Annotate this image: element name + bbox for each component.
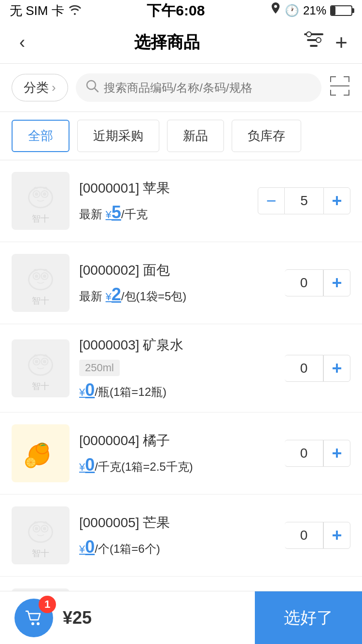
svg-point-41 bbox=[29, 522, 53, 542]
price-suffix: /包(1袋=5包) bbox=[121, 290, 186, 303]
svg-rect-12 bbox=[330, 90, 331, 96]
quantity-input[interactable] bbox=[285, 355, 323, 382]
product-item: 智十 [0000005] 芒果 ¥0/个(1箱=6个) + bbox=[0, 495, 362, 576]
back-button[interactable]: ‹ bbox=[14, 28, 30, 57]
cart-total: ¥25 bbox=[63, 608, 92, 628]
page-title: 选择商品 bbox=[134, 31, 200, 54]
quantity-control: + bbox=[285, 269, 350, 296]
quantity-input[interactable] bbox=[285, 269, 323, 296]
price-suffix: /千克 bbox=[121, 208, 148, 221]
quantity-control: − + bbox=[258, 187, 350, 214]
confirm-button[interactable]: 选好了 bbox=[255, 591, 362, 644]
product-item: [0000004] 橘子 ¥0/千克(1箱=2.5千克) + bbox=[0, 413, 362, 494]
increase-button[interactable]: + bbox=[323, 440, 350, 467]
product-thumbnail: 智十 bbox=[12, 254, 70, 312]
price-amount: 0 bbox=[85, 455, 95, 475]
tab-new[interactable]: 新品 bbox=[167, 120, 224, 152]
product-info: [0000003] 矿泉水 250ml ¥0/瓶(1箱=12瓶) bbox=[79, 336, 275, 400]
price-suffix: /瓶(1箱=12瓶) bbox=[95, 385, 167, 398]
svg-point-21 bbox=[29, 269, 53, 290]
cart-badge: 1 bbox=[39, 596, 56, 613]
status-right: 🕐 21% bbox=[270, 2, 352, 19]
svg-point-52 bbox=[37, 622, 40, 625]
logo-text: 智十 bbox=[32, 213, 49, 224]
product-thumbnail: 智十 bbox=[12, 339, 70, 397]
product-list: 智十 [0000001] 苹果 最新 ¥5/千克 − + bbox=[0, 160, 362, 644]
scan-icon[interactable] bbox=[329, 75, 350, 100]
quantity-input[interactable] bbox=[285, 522, 323, 549]
search-input[interactable] bbox=[104, 81, 312, 95]
svg-rect-10 bbox=[348, 76, 349, 82]
quantity-control: + bbox=[285, 522, 350, 549]
bottom-bar: 1 ¥25 选好了 bbox=[0, 591, 362, 644]
svg-point-45 bbox=[43, 527, 46, 531]
svg-point-4 bbox=[316, 38, 321, 42]
price-amount: 5 bbox=[111, 202, 121, 222]
price-unit: ¥ bbox=[79, 461, 85, 473]
product-price: ¥0/瓶(1箱=12瓶) bbox=[79, 380, 275, 400]
product-info: [0000004] 橘子 ¥0/千克(1箱=2.5千克) bbox=[79, 432, 275, 475]
product-price: 最新 ¥2/包(1袋=5包) bbox=[79, 284, 275, 305]
status-bar: 无 SIM 卡 下午6:08 🕐 21% bbox=[0, 0, 362, 21]
increase-button[interactable]: + bbox=[323, 355, 350, 382]
product-price: ¥0/个(1箱=6个) bbox=[79, 537, 275, 557]
product-item: 智十 [0000002] 面包 最新 ¥2/包(1袋=5包) + bbox=[0, 242, 362, 323]
tab-negative[interactable]: 负库存 bbox=[232, 120, 301, 152]
nav-bar: ‹ 选择商品 + bbox=[0, 21, 362, 64]
product-item: 智十 [0000003] 矿泉水 250ml ¥0/瓶(1箱=12瓶) + bbox=[0, 324, 362, 412]
category-button[interactable]: 分类 › bbox=[12, 74, 68, 101]
category-chevron-icon: › bbox=[52, 80, 56, 95]
svg-point-16 bbox=[29, 187, 53, 208]
search-icon bbox=[85, 79, 99, 96]
cart-section: 1 ¥25 bbox=[0, 599, 255, 637]
filter-icon[interactable] bbox=[304, 31, 323, 53]
search-bar bbox=[76, 73, 321, 102]
product-thumbnail: 智十 bbox=[12, 506, 70, 564]
product-name: [0000002] 面包 bbox=[79, 261, 275, 280]
svg-point-29 bbox=[35, 360, 38, 363]
logo-text: 智十 bbox=[32, 295, 49, 307]
nav-actions: + bbox=[304, 30, 348, 55]
increase-button[interactable]: + bbox=[323, 187, 350, 214]
search-row: 分类 › bbox=[0, 64, 362, 112]
product-info: [0000005] 芒果 ¥0/个(1箱=6个) bbox=[79, 514, 275, 557]
product-info: [0000001] 苹果 最新 ¥5/千克 bbox=[79, 179, 248, 223]
product-item: 智十 [0000001] 苹果 最新 ¥5/千克 − + bbox=[0, 160, 362, 241]
logo-text: 智十 bbox=[32, 380, 49, 392]
category-label: 分类 bbox=[24, 79, 49, 96]
product-price: 最新 ¥5/千克 bbox=[79, 202, 248, 223]
price-amount: 2 bbox=[111, 284, 121, 304]
svg-point-25 bbox=[43, 275, 46, 278]
price-amount: 0 bbox=[85, 380, 95, 400]
product-thumbnail bbox=[12, 424, 70, 482]
product-name: [0000003] 矿泉水 bbox=[79, 336, 275, 354]
status-left: 无 SIM 卡 bbox=[10, 2, 82, 19]
product-info: [0000002] 面包 最新 ¥2/包(1袋=5包) bbox=[79, 261, 275, 305]
quantity-input[interactable] bbox=[285, 440, 323, 467]
svg-line-6 bbox=[95, 88, 98, 92]
logo-text: 智十 bbox=[32, 547, 49, 559]
tab-all[interactable]: 全部 bbox=[12, 120, 70, 152]
svg-point-24 bbox=[35, 275, 38, 278]
quantity-input[interactable] bbox=[285, 187, 323, 214]
svg-point-20 bbox=[43, 193, 46, 196]
alarm-icon: 🕐 bbox=[285, 4, 299, 17]
status-time: 下午6:08 bbox=[147, 1, 205, 21]
decrease-button[interactable]: − bbox=[258, 187, 285, 214]
product-spec: 250ml bbox=[79, 360, 120, 376]
price-unit: ¥ bbox=[106, 291, 111, 303]
svg-rect-14 bbox=[348, 90, 349, 96]
cart-button[interactable]: 1 bbox=[14, 599, 53, 637]
price-amount: 0 bbox=[85, 537, 95, 557]
quantity-control: + bbox=[285, 440, 350, 467]
increase-button[interactable]: + bbox=[323, 522, 350, 549]
add-product-icon[interactable]: + bbox=[335, 30, 348, 55]
wifi-icon bbox=[68, 3, 82, 18]
battery-icon bbox=[330, 5, 352, 16]
product-name: [0000004] 橘子 bbox=[79, 432, 275, 450]
tab-recent[interactable]: 近期采购 bbox=[77, 120, 159, 152]
price-suffix: /千克(1箱=2.5千克) bbox=[95, 460, 193, 473]
increase-button[interactable]: + bbox=[323, 269, 350, 296]
svg-rect-15 bbox=[330, 85, 349, 86]
product-price: ¥0/千克(1箱=2.5千克) bbox=[79, 455, 275, 475]
